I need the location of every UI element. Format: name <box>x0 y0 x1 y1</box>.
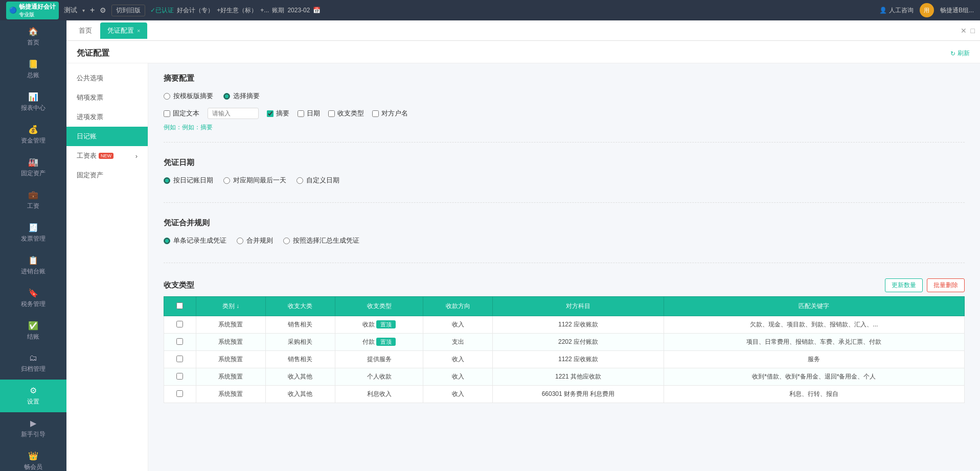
row-checkbox-cell[interactable] <box>164 334 196 351</box>
tab-close-icon[interactable]: × <box>137 28 140 34</box>
counterparty-checkbox[interactable] <box>372 110 379 117</box>
sidebar-label-tax: 税务管理 <box>21 300 45 309</box>
col-checkbox[interactable] <box>164 297 196 316</box>
summary-radio-select-input[interactable] <box>223 93 230 100</box>
table-row: 系统预置 收入其他 利息收入 收入 660301 财务费用 利息费用 利息、行转… <box>164 386 965 403</box>
merge-rules-label: 合并规则 <box>246 236 273 245</box>
sidebar-item-reports[interactable]: 📊 报表中心 <box>0 86 66 119</box>
fixed-text-input[interactable] <box>208 108 259 119</box>
merge-radio-summary[interactable]: 按照选择汇总生成凭证 <box>283 236 359 245</box>
fixed-text-checkbox[interactable] <box>164 110 170 117</box>
row-checkbox-1[interactable] <box>176 338 183 345</box>
sidebar-item-payroll[interactable]: 💼 工资 <box>0 184 66 217</box>
row-checkbox-cell[interactable] <box>164 351 196 368</box>
select-all-checkbox[interactable] <box>176 302 183 309</box>
left-nav-public[interactable]: 公共选项 <box>66 68 148 88</box>
left-nav-fixed-assets[interactable]: 固定资产 <box>66 166 148 185</box>
date-label: 日期 <box>307 109 320 118</box>
type-badge[interactable]: 置顶 <box>376 320 396 328</box>
sidebar-item-invoice[interactable]: 🧾 发票管理 <box>0 217 66 249</box>
row-category: 系统预置 <box>196 334 265 351</box>
window-max-button[interactable]: □ <box>971 27 975 35</box>
checkbox-counterparty[interactable]: 对方户名 <box>372 109 408 118</box>
merge-radio-single[interactable]: 单条记录生成凭证 <box>164 236 226 245</box>
date-checkbox[interactable] <box>298 110 304 117</box>
voucher-date-radio-last[interactable]: 对应期间最后一天 <box>223 176 286 185</box>
chevron-down-icon: › <box>135 152 138 160</box>
left-nav-payroll-label: 工资表 <box>77 151 97 160</box>
summary-radio-template-input[interactable] <box>164 93 170 100</box>
left-nav-sales-invoice[interactable]: 销项发票 <box>66 88 148 107</box>
topbar-plus-icon[interactable]: + <box>90 6 95 15</box>
income-expense-table: 类别 ↓ 收支大类 收支类型 收款方向 对方科目 匹配关键字 系统预置 销售相关… <box>164 296 965 403</box>
tag-period-value[interactable]: 2023-02 <box>287 7 310 14</box>
merge-radio-single-input[interactable] <box>164 238 170 244</box>
sidebar-item-tax[interactable]: 🔖 税务管理 <box>0 282 66 315</box>
row-checkbox-cell[interactable] <box>164 386 196 403</box>
row-type: 个人收款 <box>335 368 423 386</box>
voucher-date-radio-diary-input[interactable] <box>164 177 170 184</box>
merge-radio-summary-input[interactable] <box>283 238 290 244</box>
sidebar-item-guide[interactable]: ▶ 新手引导 <box>0 412 66 445</box>
refresh-button[interactable]: ↻ 刷新 <box>950 49 970 58</box>
type-badge[interactable]: 置顶 <box>376 338 396 346</box>
tag-period-label: 账期 <box>272 6 284 15</box>
row-checkbox-2[interactable] <box>176 356 183 362</box>
tab-voucher[interactable]: 凭证配置 × <box>100 22 147 39</box>
row-checkbox-cell[interactable] <box>164 368 196 386</box>
row-subject: 1122 应收账款 <box>493 351 664 368</box>
sidebar-item-funds[interactable]: 💰 资金管理 <box>0 119 66 151</box>
tag-certified: ✓已认证 <box>150 6 174 15</box>
page-title: 凭证配置 <box>77 48 109 59</box>
topbar-gear-icon[interactable]: ⚙ <box>100 6 106 14</box>
checkbox-fixed-text[interactable]: 固定文本 <box>164 109 199 118</box>
merge-radio-rules-input[interactable] <box>237 238 243 244</box>
summary-checkbox[interactable] <box>267 110 274 117</box>
sidebar-item-close[interactable]: ✅ 结账 <box>0 315 66 347</box>
row-checkbox-0[interactable] <box>176 321 183 327</box>
sidebar-item-archive[interactable]: 🗂 归档管理 <box>0 347 66 380</box>
summary-radio-select[interactable]: 选择摘要 <box>223 91 260 101</box>
help-button[interactable]: 👤 人工咨询 <box>879 6 914 15</box>
left-nav-purchase-invoice[interactable]: 进项发票 <box>66 107 148 127</box>
sidebar-item-home[interactable]: 🏠 首页 <box>0 20 66 53</box>
merge-radio-rules[interactable]: 合并规则 <box>237 236 273 245</box>
sidebar-item-settings[interactable]: ⚙ 设置 <box>0 380 66 412</box>
voucher-date-radio-custom-input[interactable] <box>297 177 303 184</box>
batch-delete-button[interactable]: 批量删除 <box>927 278 965 292</box>
sidebar-item-assets[interactable]: 🏭 固定资产 <box>0 151 66 184</box>
voucher-date-radio-last-input[interactable] <box>223 177 230 184</box>
row-checkbox-cell[interactable] <box>164 316 196 334</box>
summary-radio-template[interactable]: 按模板版摘要 <box>164 91 213 101</box>
calendar-icon[interactable]: 📅 <box>313 7 321 14</box>
topbar-dropdown-icon[interactable]: ▾ <box>82 8 85 13</box>
sidebar-label-invoice: 发票管理 <box>21 234 45 243</box>
sidebar-label-reports: 报表中心 <box>21 104 45 112</box>
tab-bar: 首页 凭证配置 × ✕ □ <box>66 20 980 41</box>
voucher-date-radio-diary[interactable]: 按日记账日期 <box>164 176 213 185</box>
tab-home[interactable]: 首页 <box>72 22 99 39</box>
sidebar-item-ledger[interactable]: 📒 总账 <box>0 53 66 86</box>
summary-config-section: 摘要配置 按模板版摘要 选择摘要 <box>164 74 965 143</box>
row-checkbox-3[interactable] <box>176 373 183 380</box>
username[interactable]: 畅捷通B组... <box>940 6 974 15</box>
left-nav-payroll-table[interactable]: 工资表 NEW › <box>66 146 148 166</box>
topbar-menu[interactable]: 测试 <box>64 6 77 15</box>
type-checkbox[interactable] <box>328 110 335 117</box>
sidebar-item-purchase[interactable]: 📋 进销台账 <box>0 249 66 282</box>
update-button[interactable]: 更新数量 <box>885 278 923 292</box>
voucher-date-radio-custom[interactable]: 自定义日期 <box>297 176 339 185</box>
avatar[interactable]: 用 <box>920 3 934 17</box>
row-type: 收款 置顶 <box>335 316 423 334</box>
row-checkbox-4[interactable] <box>176 390 183 397</box>
sidebar-item-member[interactable]: 👑 畅会员 <box>0 445 66 471</box>
version-switch-button[interactable]: 切到旧版 <box>111 5 145 16</box>
checkbox-date[interactable]: 日期 <box>298 109 320 118</box>
left-nav-diary[interactable]: 日记账 <box>66 127 148 146</box>
tab-right-controls: ✕ □ <box>961 27 975 35</box>
checkbox-summary[interactable]: 摘要 <box>267 109 289 118</box>
window-close-button[interactable]: ✕ <box>961 27 967 35</box>
row-subject: 1221 其他应收款 <box>493 368 664 386</box>
sidebar-label-close: 结账 <box>27 333 39 341</box>
checkbox-type[interactable]: 收支类型 <box>328 109 364 118</box>
